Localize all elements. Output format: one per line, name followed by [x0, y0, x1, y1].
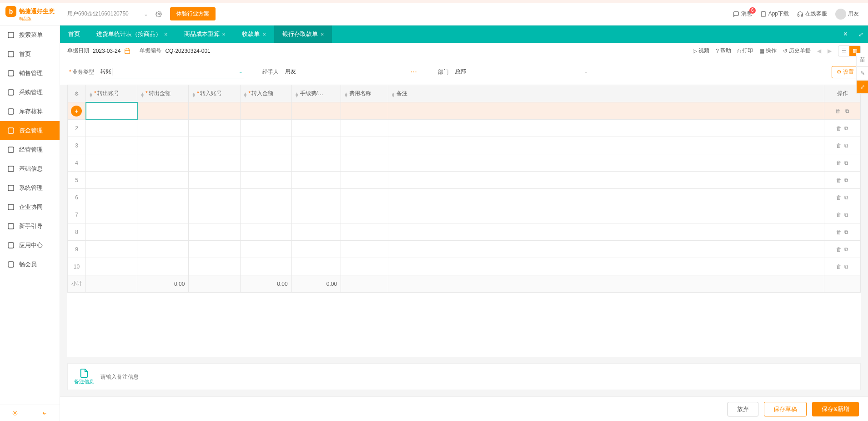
- sidebar-settings-icon[interactable]: [0, 405, 30, 421]
- save-new-button[interactable]: 保存&新增: [812, 402, 859, 416]
- cell-out-acct[interactable]: [86, 206, 137, 223]
- messages-link[interactable]: 消息 6: [733, 10, 752, 18]
- view-list-toggle[interactable]: ☰: [838, 46, 849, 56]
- tab-3[interactable]: 收款单×: [234, 25, 274, 43]
- cell-out-acct[interactable]: [86, 223, 137, 241]
- cell-remark[interactable]: [388, 223, 824, 241]
- close-icon[interactable]: ×: [222, 31, 226, 38]
- cell-fee[interactable]: [291, 120, 341, 137]
- col-config-header[interactable]: ⚙: [68, 85, 86, 102]
- table-row[interactable]: 10🗑⧉: [68, 258, 861, 275]
- sidebar-item-8[interactable]: 系统管理: [0, 178, 60, 198]
- cell-in-amt[interactable]: [240, 154, 291, 172]
- cell-fee-name[interactable]: [341, 223, 388, 241]
- sidebar-item-12[interactable]: 畅会员: [0, 255, 60, 274]
- tenant-select[interactable]: 用户690企业1660120750 ⌄: [65, 8, 151, 20]
- cell-fee[interactable]: [291, 223, 341, 241]
- col-fee-name[interactable]: ▲▼费用名称: [341, 85, 388, 102]
- delete-row-icon[interactable]: 🗑: [836, 160, 842, 166]
- cell-in-acct[interactable]: [189, 154, 240, 172]
- copy-row-icon[interactable]: ⧉: [844, 246, 848, 253]
- cell-fee[interactable]: [291, 102, 341, 120]
- cell-remark[interactable]: [388, 172, 824, 189]
- cell-remark[interactable]: [388, 189, 824, 206]
- prev-doc-icon[interactable]: ◀: [817, 48, 821, 54]
- doc-date-value[interactable]: 2023-03-24: [93, 48, 120, 54]
- cell-in-amt[interactable]: [240, 206, 291, 223]
- delete-row-icon[interactable]: 🗑: [836, 246, 842, 253]
- cell-in-acct[interactable]: [189, 137, 240, 154]
- cell-out-acct[interactable]: [86, 137, 137, 154]
- cell-out-acct[interactable]: [86, 154, 137, 172]
- delete-row-icon[interactable]: 🗑: [836, 142, 842, 149]
- sidebar-item-5[interactable]: 资金管理: [0, 121, 60, 140]
- tab-4[interactable]: 银行存取款单×: [274, 25, 332, 43]
- next-doc-icon[interactable]: ▶: [828, 48, 832, 54]
- close-icon[interactable]: ×: [321, 31, 324, 38]
- col-in-acct[interactable]: ▲▼*转入账号: [189, 85, 240, 102]
- operate-link[interactable]: ▦操作: [759, 47, 777, 55]
- cell-remark[interactable]: [388, 154, 824, 172]
- table-row[interactable]: 7🗑⧉: [68, 206, 861, 223]
- cell-out-acct[interactable]: [86, 172, 137, 189]
- copy-row-icon[interactable]: ⧉: [844, 125, 848, 132]
- delete-row-icon[interactable]: 🗑: [836, 229, 842, 235]
- cell-out-acct[interactable]: [86, 258, 137, 275]
- cell-in-acct[interactable]: [189, 223, 240, 241]
- cell-out-acct[interactable]: [86, 241, 137, 258]
- cell-in-amt[interactable]: [240, 241, 291, 258]
- copy-row-icon[interactable]: ⧉: [844, 229, 848, 235]
- cell-out-amt[interactable]: [137, 223, 189, 241]
- cell-in-acct[interactable]: [189, 102, 240, 120]
- cell-remark[interactable]: [388, 258, 824, 275]
- app-download-link[interactable]: App下载: [760, 10, 789, 18]
- col-fee[interactable]: ▲▼手续费/…: [291, 85, 341, 102]
- table-row[interactable]: 4🗑⧉: [68, 154, 861, 172]
- copy-row-icon[interactable]: ⧉: [844, 160, 848, 166]
- cell-fee[interactable]: [291, 154, 341, 172]
- handler-select[interactable]: 用友 ⋯: [283, 66, 420, 78]
- cell-fee-name[interactable]: [341, 258, 388, 275]
- cell-in-amt[interactable]: [240, 223, 291, 241]
- cell-out-amt[interactable]: [137, 206, 189, 223]
- cell-fee[interactable]: [291, 258, 341, 275]
- cell-out-amt[interactable]: [137, 120, 189, 137]
- cell-out-acct[interactable]: [86, 189, 137, 206]
- rail-item-2[interactable]: ✎: [856, 66, 868, 80]
- cell-out-amt[interactable]: [137, 154, 189, 172]
- close-all-tabs-icon[interactable]: ×: [837, 30, 854, 38]
- discard-button[interactable]: 放弃: [728, 402, 758, 416]
- table-row[interactable]: 3🗑⧉: [68, 137, 861, 154]
- table-row[interactable]: 9🗑⧉: [68, 241, 861, 258]
- cell-fee[interactable]: [291, 137, 341, 154]
- cell-fee[interactable]: [291, 241, 341, 258]
- cell-remark[interactable]: [388, 102, 824, 120]
- col-out-amt[interactable]: ▲▼*转出金额: [137, 85, 189, 102]
- sidebar-item-6[interactable]: 经营管理: [0, 140, 60, 159]
- cell-out-acct[interactable]: [86, 120, 137, 137]
- delete-row-icon[interactable]: 🗑: [836, 177, 842, 183]
- cell-in-amt[interactable]: [240, 102, 291, 120]
- biz-type-select[interactable]: 转账 ⌄: [99, 66, 244, 78]
- dept-select[interactable]: 总部 ⌄: [453, 66, 590, 78]
- cell-out-amt[interactable]: [137, 258, 189, 275]
- copy-row-icon[interactable]: ⧉: [844, 264, 848, 270]
- remark-input[interactable]: [100, 374, 854, 380]
- delete-row-icon[interactable]: 🗑: [836, 194, 842, 201]
- cell-remark[interactable]: [388, 241, 824, 258]
- sidebar-item-1[interactable]: 首页: [0, 45, 60, 64]
- copy-row-icon[interactable]: ⧉: [844, 177, 848, 183]
- cell-fee-name[interactable]: [341, 154, 388, 172]
- calendar-icon[interactable]: [124, 48, 130, 54]
- cell-fee-name[interactable]: [341, 206, 388, 223]
- expand-icon[interactable]: ⤢: [854, 31, 868, 38]
- cell-fee[interactable]: [291, 206, 341, 223]
- sidebar-item-0[interactable]: 搜索菜单: [0, 25, 60, 45]
- tab-0[interactable]: 首页: [60, 25, 88, 43]
- close-icon[interactable]: ×: [262, 31, 266, 38]
- table-row[interactable]: 6🗑⧉: [68, 189, 861, 206]
- table-row[interactable]: 2🗑⧉: [68, 120, 861, 137]
- close-icon[interactable]: ×: [164, 31, 168, 38]
- sidebar-item-10[interactable]: 新手引导: [0, 217, 60, 236]
- sidebar-item-2[interactable]: 销售管理: [0, 64, 60, 83]
